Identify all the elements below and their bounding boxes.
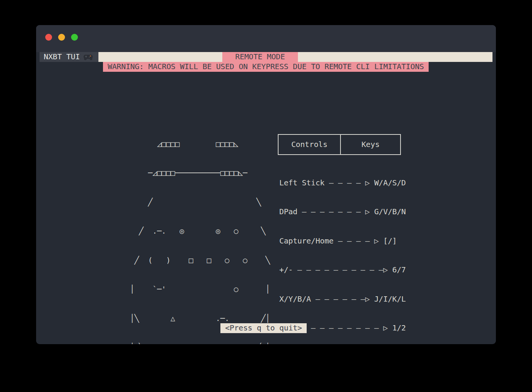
zoom-button[interactable] (71, 34, 78, 41)
table-header-controls: Controls (279, 135, 341, 154)
mapping-row: Capture/Home — — — — ▷ [/] (279, 236, 406, 246)
controller-art-line: ◿□□□□ □□□□◺ (40, 139, 270, 149)
controller-art-line: ╱ ( ) □ □ ○ ○ ╲ (40, 256, 270, 266)
warning-banner: WARNING: MACROS WILL BE USED ON KEYPRESS… (103, 62, 429, 72)
mapping-row: X/Y/B/A — — — — — —▷ J/I/K/L (279, 294, 406, 304)
gamepad-icon (83, 54, 93, 60)
mapping-row: +/- — — — — — — — — — —▷ 6/7 (279, 265, 406, 275)
mapping-table-rows: Left Stick — — — — ▷ W/A/S/D DPad — — — … (279, 159, 406, 345)
controller-art-line: │ ╲ ◁ □ ▷ ( ) ╱ │ (40, 343, 270, 344)
mapping-row: DPad — — — — — — — ▷ G/V/B/N (279, 207, 406, 217)
controller-art-line: │ `─' ○ │ (40, 285, 270, 294)
controller-art-line: ╱ .─. ◎ ◎ ○ ╲ (40, 226, 270, 236)
mapping-table-header: Controls Keys (278, 134, 401, 155)
app-title-tab: NXBT TUI (40, 52, 98, 62)
controller-art-line: ─◿□□□□──────────□□□□◺─ (40, 168, 270, 178)
table-header-keys: Keys (341, 135, 400, 154)
controller-art: ◿□□□□ □□□□◺ ─◿□□□□──────────□□□□◺─ ╱ ╲ ╱… (40, 120, 270, 345)
mapping-row: Left Stick — — — — ▷ W/A/S/D (279, 178, 406, 188)
minimize-button[interactable] (58, 34, 65, 41)
terminal-screen[interactable]: NXBT TUI REMOTE MODE WARNING: MACROS WIL… (40, 52, 492, 343)
titlebar[interactable]: ⌥⌘1 pi@raspberrypi: ~ (36, 25, 496, 52)
mode-badge: REMOTE MODE (222, 52, 298, 62)
app-title-label: NXBT TUI (44, 52, 80, 62)
close-button[interactable] (45, 34, 52, 41)
controller-art-line: │╲ △ .─. ╱│ (40, 314, 270, 324)
terminal-window: ⌥⌘1 pi@raspberrypi: ~ NXBT TUI REMOTE MO… (36, 25, 496, 344)
controller-art-line: ╱ ╲ (40, 198, 270, 207)
quit-hint: <Press q to quit> (220, 323, 307, 333)
